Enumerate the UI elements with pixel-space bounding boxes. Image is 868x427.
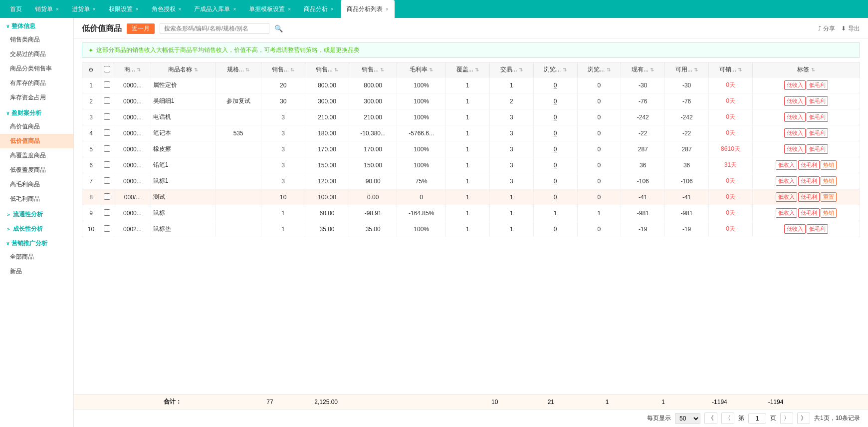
cell-checkbox[interactable] (100, 109, 114, 125)
cell-browse1[interactable]: 0 (533, 93, 577, 109)
row-checkbox[interactable] (104, 97, 110, 104)
browse-link[interactable]: 0 (554, 162, 557, 169)
cell-checkbox[interactable] (100, 189, 114, 205)
th-gross-margin[interactable]: 毛利率 ⇅ (397, 62, 446, 77)
sidebar-item-stock-capital[interactable]: 库存资金占用 (0, 90, 73, 105)
row-checkbox[interactable] (104, 145, 110, 152)
cell-checkbox[interactable] (100, 173, 114, 189)
share-button[interactable]: ⤴ 分享 (818, 24, 835, 33)
search-icon[interactable]: 🔍 (274, 24, 283, 32)
th-name[interactable]: 商品名称 ⇅ (151, 62, 215, 77)
cell-checkbox[interactable] (100, 141, 114, 157)
th-settings[interactable]: ⚙ (82, 62, 100, 77)
browse-link[interactable]: 0 (554, 194, 557, 201)
sidebar-section-liquidity[interactable]: ＞ 流通性分析 (0, 206, 73, 221)
sidebar-section-growth[interactable]: ＞ 成长性分析 (0, 221, 73, 235)
nav-close-role[interactable]: × (179, 6, 182, 12)
cell-checkbox[interactable] (100, 221, 114, 237)
row-checkbox[interactable] (104, 209, 110, 216)
page-input[interactable] (748, 414, 766, 424)
nav-permission[interactable]: 权限设置 × (103, 0, 145, 18)
last-page-button[interactable]: 》 (797, 413, 810, 424)
nav-sales-order[interactable]: 销货单 × (29, 0, 65, 18)
next-page-button[interactable]: 〉 (780, 413, 793, 424)
th-spec[interactable]: 规格... ⇅ (216, 62, 261, 77)
row-checkbox[interactable] (104, 225, 110, 232)
browse-link[interactable]: 0 (554, 114, 557, 121)
cell-browse1[interactable]: 0 (533, 125, 577, 141)
th-available[interactable]: 可用... ⇅ (665, 62, 709, 77)
row-checkbox[interactable] (104, 81, 110, 88)
select-all-checkbox[interactable] (104, 66, 110, 72)
nav-product-analysis[interactable]: 商品分析 × (298, 0, 340, 18)
nav-close-analysis-list[interactable]: × (386, 6, 389, 12)
nav-close-purchase[interactable]: × (93, 6, 96, 12)
nav-close-template[interactable]: × (288, 6, 291, 12)
sidebar-item-low-margin[interactable]: 低毛利商品 (0, 192, 73, 206)
row-checkbox[interactable] (104, 161, 110, 168)
browse-link[interactable]: 0 (554, 146, 557, 153)
row-checkbox[interactable] (104, 113, 110, 120)
cell-checkbox[interactable] (100, 93, 114, 109)
th-sale-qty[interactable]: 销售... ⇅ (261, 62, 305, 77)
sidebar-item-high-value[interactable]: 高价值商品 (0, 119, 73, 134)
cell-browse1[interactable]: 0 (533, 157, 577, 173)
th-coverage[interactable]: 覆盖... ⇅ (445, 62, 489, 77)
sidebar-item-low-coverage[interactable]: 低覆盖度商品 (0, 163, 73, 177)
th-sale-price[interactable]: 销售... ⇅ (305, 62, 349, 77)
browse-link[interactable]: 0 (554, 130, 557, 137)
cell-browse1[interactable]: 0 (533, 221, 577, 237)
search-input[interactable] (160, 23, 269, 34)
sidebar-item-new-goods[interactable]: 新品 (0, 264, 73, 279)
sidebar-item-high-margin[interactable]: 高毛利商品 (0, 177, 73, 192)
nav-role-auth[interactable]: 角色授权 × (146, 0, 188, 18)
filter-recent-month-button[interactable]: 近一月 (127, 23, 155, 34)
cell-browse1[interactable]: 1 (533, 205, 577, 221)
th-code[interactable]: 商... ⇅ (114, 62, 151, 77)
sidebar-item-category-sales-rate[interactable]: 商品分类销售率 (0, 61, 73, 76)
sidebar-item-high-coverage[interactable]: 高覆盖度商品 (0, 148, 73, 163)
th-browse2[interactable]: 浏览... ⇅ (577, 62, 621, 77)
th-checkbox[interactable] (100, 62, 114, 77)
cell-browse1[interactable]: 0 (533, 77, 577, 93)
sidebar-item-traded-goods[interactable]: 交易过的商品 (0, 47, 73, 61)
row-checkbox[interactable] (104, 129, 110, 136)
browse-link[interactable]: 0 (554, 226, 557, 233)
row-checkbox[interactable] (104, 193, 110, 200)
cell-checkbox[interactable] (100, 157, 114, 173)
row-checkbox[interactable] (104, 177, 110, 184)
cell-browse1[interactable]: 0 (533, 109, 577, 125)
prev-page-button[interactable]: 〈 (721, 413, 734, 424)
export-button[interactable]: ⬇ 导出 (841, 24, 860, 33)
nav-product-analysis-list[interactable]: 商品分析列表 × (341, 0, 395, 18)
th-browse1[interactable]: 浏览... ⇅ (533, 62, 577, 77)
browse-link[interactable]: 1 (554, 210, 557, 217)
th-sale-amount[interactable]: 销售... ⇅ (349, 62, 397, 77)
nav-close-sales[interactable]: × (56, 6, 59, 12)
browse-link[interactable]: 0 (554, 82, 557, 89)
sidebar-item-low-value[interactable]: 低价值商品 (0, 134, 73, 148)
th-tags[interactable]: 标签 ⇅ (752, 62, 860, 77)
sidebar-section-marketing[interactable]: ∨ 营销推广分析 (0, 235, 73, 250)
nav-close-analysis[interactable]: × (331, 6, 334, 12)
nav-product-storage[interactable]: 产成品入库单 × (188, 0, 242, 18)
cell-checkbox[interactable] (100, 125, 114, 141)
nav-home[interactable]: 首页 (4, 0, 28, 18)
browse-link[interactable]: 0 (554, 98, 557, 105)
nav-template[interactable]: 单据模板设置 × (243, 0, 297, 18)
nav-close-permission[interactable]: × (136, 6, 139, 12)
sidebar-item-stock-goods[interactable]: 有库存的商品 (0, 76, 73, 90)
nav-purchase-order[interactable]: 进货单 × (66, 0, 102, 18)
th-saleable[interactable]: 可销... ⇅ (709, 62, 753, 77)
cell-browse1[interactable]: 0 (533, 189, 577, 205)
first-page-button[interactable]: 《 (704, 413, 717, 424)
th-trade[interactable]: 交易... ⇅ (489, 62, 533, 77)
cell-browse1[interactable]: 0 (533, 141, 577, 157)
nav-close-storage[interactable]: × (233, 6, 236, 12)
sidebar-section-profit[interactable]: ∨ 盈财案分析 (0, 105, 73, 119)
browse-link[interactable]: 0 (554, 178, 557, 185)
cell-browse1[interactable]: 0 (533, 173, 577, 189)
th-current-stock[interactable]: 现有... ⇅ (621, 62, 665, 77)
cell-checkbox[interactable] (100, 77, 114, 93)
sidebar-section-overall[interactable]: ∨ 整体信息 (0, 18, 73, 32)
